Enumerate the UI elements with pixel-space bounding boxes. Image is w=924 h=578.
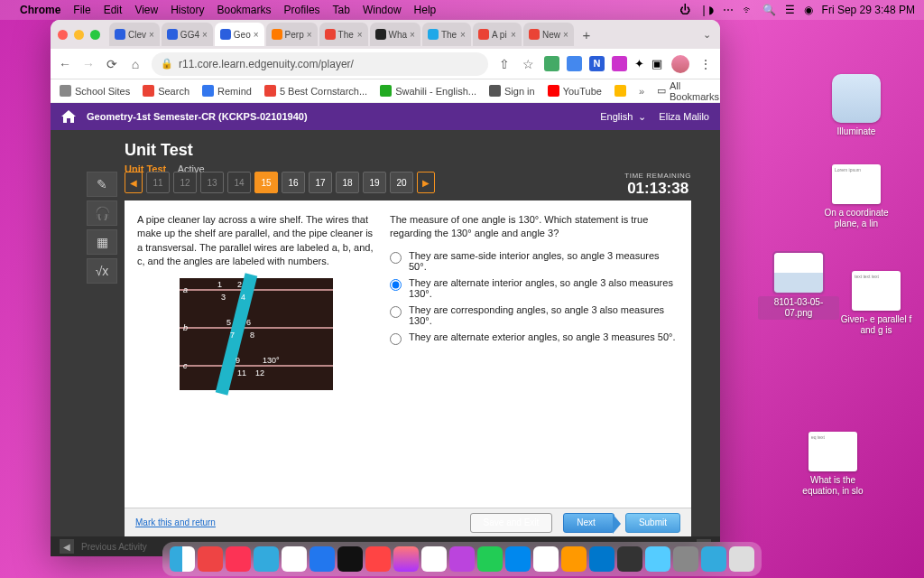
- star-icon[interactable]: ☆: [521, 57, 535, 71]
- answer-option[interactable]: They are same-side interior angles, so a…: [390, 250, 679, 272]
- url-field[interactable]: 🔒 r11.core.learn.edgenuity.com/player/: [152, 52, 488, 76]
- bookmark-item[interactable]: Search: [143, 85, 189, 97]
- status-icon[interactable]: ❘◗: [699, 4, 714, 16]
- menu-window[interactable]: Window: [363, 4, 402, 16]
- answer-option[interactable]: They are alternate exterior angles, so a…: [390, 331, 679, 345]
- menu-profiles[interactable]: Profiles: [284, 4, 320, 16]
- extension-icon[interactable]: [612, 56, 627, 71]
- menu-tab[interactable]: Tab: [333, 4, 350, 16]
- share-icon[interactable]: ⇧: [497, 57, 512, 71]
- next-button[interactable]: Next: [563, 513, 614, 533]
- browser-tab[interactable]: A pi×: [473, 23, 522, 46]
- browser-tab[interactable]: Perp×: [266, 23, 318, 46]
- dock-app-icon[interactable]: [254, 546, 279, 572]
- dock-app-icon[interactable]: [617, 546, 642, 572]
- bookmark-item[interactable]: YouTube: [548, 85, 602, 97]
- dock-app-icon[interactable]: [198, 546, 223, 572]
- audio-tool-icon[interactable]: 🎧: [87, 200, 117, 226]
- menu-view[interactable]: View: [134, 4, 158, 16]
- dock-app-icon[interactable]: [701, 546, 726, 572]
- radio-input[interactable]: [390, 279, 402, 291]
- dock-app-icon[interactable]: [393, 546, 419, 572]
- prev-question-button[interactable]: ◀: [125, 172, 143, 193]
- dock-app-icon[interactable]: [561, 546, 587, 572]
- desktop-icon-selected[interactable]: 8101-03-05-07.png: [758, 253, 839, 320]
- user-name[interactable]: Eliza Malilo: [659, 111, 709, 122]
- chrome-menu-icon[interactable]: ⋮: [698, 57, 713, 71]
- close-tab-icon[interactable]: ×: [307, 30, 312, 40]
- browser-tab[interactable]: Wha×: [370, 23, 420, 46]
- question-number[interactable]: 13: [200, 172, 224, 193]
- radio-input[interactable]: [390, 333, 402, 345]
- profile-avatar[interactable]: [671, 55, 689, 73]
- browser-tab[interactable]: New×: [523, 23, 574, 46]
- radio-input[interactable]: [390, 306, 402, 318]
- menu-edit[interactable]: Edit: [104, 4, 123, 16]
- bookmark-item[interactable]: Remind: [202, 85, 252, 97]
- menu-file[interactable]: File: [73, 4, 90, 16]
- radio-input[interactable]: [390, 252, 402, 264]
- desktop-icon[interactable]: text text text Given- e parallel f and g…: [836, 271, 917, 336]
- browser-tab[interactable]: The×: [422, 23, 471, 46]
- menu-bookmarks[interactable]: Bookmarks: [217, 4, 272, 16]
- browser-tab[interactable]: GG4×: [162, 23, 213, 46]
- desktop-icon[interactable]: eq text What is the equation, in slo: [792, 432, 873, 497]
- dock-app-icon[interactable]: [282, 546, 307, 572]
- close-tab-icon[interactable]: ×: [202, 30, 208, 40]
- maximize-window-button[interactable]: [90, 30, 100, 40]
- control-center-icon[interactable]: ☰: [785, 4, 795, 16]
- all-bookmarks[interactable]: ▭All Bookmarks: [657, 80, 719, 102]
- side-panel-icon[interactable]: ▣: [651, 57, 662, 70]
- question-number[interactable]: 18: [336, 172, 359, 193]
- close-tab-icon[interactable]: ×: [254, 30, 259, 40]
- language-select[interactable]: English⌄: [600, 111, 646, 123]
- question-number[interactable]: 14: [227, 172, 251, 193]
- bookmark-overflow[interactable]: »: [639, 86, 644, 97]
- prev-activity-button[interactable]: ◀: [60, 539, 74, 554]
- dock-trash-icon[interactable]: [729, 546, 754, 572]
- dock-app-icon[interactable]: [533, 546, 559, 572]
- dock-app-icon[interactable]: [505, 546, 531, 572]
- bookmark-item[interactable]: Swahili - English...: [380, 85, 476, 97]
- dock-app-icon[interactable]: [310, 546, 335, 572]
- answer-option[interactable]: They are alternate interior angles, so a…: [390, 277, 679, 299]
- dock-app-icon[interactable]: [449, 546, 475, 572]
- browser-tab[interactable]: The×: [319, 23, 368, 46]
- dock-app-icon[interactable]: [226, 546, 251, 572]
- minimize-window-button[interactable]: [74, 30, 84, 40]
- pencil-tool-icon[interactable]: ✎: [87, 172, 117, 197]
- dock-app-icon[interactable]: [589, 546, 614, 572]
- dock-app-icon[interactable]: [477, 546, 503, 572]
- desktop-icon[interactable]: Lorem ipsum On a coordinate plane, a lin: [816, 164, 897, 229]
- close-tab-icon[interactable]: ×: [149, 30, 154, 40]
- submit-button[interactable]: Submit: [625, 513, 680, 533]
- question-number[interactable]: 17: [309, 172, 332, 193]
- home-button[interactable]: ⌂: [128, 57, 143, 71]
- bookmark-item[interactable]: School Sites: [60, 85, 130, 97]
- answer-option[interactable]: They are corresponding angles, so angle …: [390, 304, 679, 326]
- dock-app-icon[interactable]: [421, 546, 447, 572]
- status-icon[interactable]: ⏻: [679, 4, 690, 16]
- back-button[interactable]: ←: [58, 57, 72, 71]
- question-number[interactable]: 12: [173, 172, 197, 193]
- forward-button[interactable]: →: [81, 57, 96, 71]
- bookmark-item[interactable]: Sign in: [489, 85, 535, 97]
- question-number[interactable]: 16: [282, 172, 305, 193]
- siri-icon[interactable]: ◉: [804, 4, 813, 16]
- status-icon[interactable]: ⋯: [723, 4, 734, 16]
- close-window-button[interactable]: [58, 30, 68, 40]
- dock-app-icon[interactable]: [645, 546, 670, 572]
- close-tab-icon[interactable]: ×: [357, 30, 363, 40]
- bookmark-item[interactable]: [614, 85, 626, 97]
- dock-app-icon[interactable]: [337, 546, 363, 572]
- close-tab-icon[interactable]: ×: [563, 30, 568, 40]
- formula-tool-icon[interactable]: √x: [87, 258, 117, 284]
- extension-icon[interactable]: N: [589, 56, 605, 71]
- question-number[interactable]: 20: [390, 172, 413, 193]
- search-icon[interactable]: 🔍: [762, 4, 776, 16]
- extension-icon[interactable]: [567, 56, 582, 71]
- tab-overflow-button[interactable]: ⌄: [703, 29, 711, 41]
- calculator-tool-icon[interactable]: ▦: [87, 229, 117, 255]
- question-number[interactable]: 11: [146, 172, 170, 193]
- save-exit-button[interactable]: Save and Exit: [470, 513, 553, 533]
